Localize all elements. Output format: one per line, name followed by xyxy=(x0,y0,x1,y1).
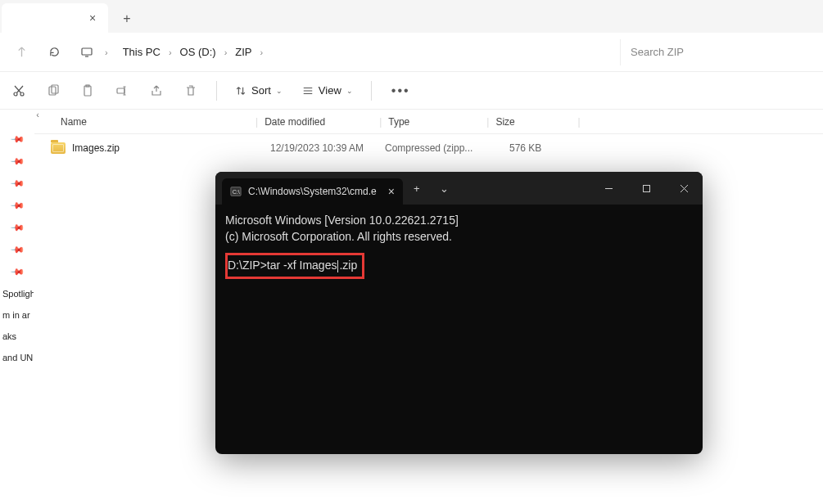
pin-icon[interactable]: 📌 xyxy=(9,132,25,147)
toolbar: Sort ⌄ View ⌄ ••• xyxy=(0,72,823,110)
column-size[interactable]: Size xyxy=(495,116,577,128)
cmd-icon: C:\ xyxy=(230,186,242,197)
chevron-right-icon: › xyxy=(169,47,172,57)
terminal-window: C:\ C:\Windows\System32\cmd.e × + ⌄ Micr… xyxy=(215,172,703,454)
breadcrumb: This PC › OS (D:) › ZIP › xyxy=(111,43,617,61)
terminal-titlebar[interactable]: C:\ C:\Windows\System32\cmd.e × + ⌄ xyxy=(215,172,703,205)
terminal-tab[interactable]: C:\ C:\Windows\System32\cmd.e × xyxy=(222,178,403,205)
navigation-bar: › This PC › OS (D:) › ZIP › Search ZIP xyxy=(0,33,823,72)
navigation-sidebar: ‹ 📌 📌 📌 📌 📌 📌 📌 Spotlight m in ar aks an… xyxy=(0,110,34,504)
pin-icon[interactable]: 📌 xyxy=(9,220,25,236)
file-name: Images.zip xyxy=(72,142,270,154)
terminal-body[interactable]: Microsoft Windows [Version 10.0.22621.27… xyxy=(215,205,703,287)
more-menu[interactable]: ••• xyxy=(385,83,417,98)
paste-icon[interactable] xyxy=(75,79,100,103)
svg-point-1 xyxy=(14,92,17,96)
sidebar-item-label[interactable]: and UN xyxy=(1,353,34,362)
maximize-button[interactable] xyxy=(627,172,665,205)
close-icon[interactable]: × xyxy=(87,12,98,24)
new-terminal-tab[interactable]: + xyxy=(403,175,431,201)
pin-icon[interactable]: 📌 xyxy=(9,264,25,280)
refresh-button[interactable] xyxy=(39,38,69,67)
breadcrumb-item[interactable]: ZIP xyxy=(230,43,256,61)
breadcrumb-item[interactable]: This PC xyxy=(118,43,165,61)
monitor-icon[interactable] xyxy=(72,38,102,67)
terminal-dropdown[interactable]: ⌄ xyxy=(431,175,459,201)
file-row[interactable]: Images.zip 12/19/2023 10:39 AM Compresse… xyxy=(34,136,823,160)
search-input[interactable]: Search ZIP xyxy=(620,39,816,65)
svg-rect-7 xyxy=(117,88,124,93)
highlighted-command: D:\ZIP>tar -xf Images.zip xyxy=(225,253,364,279)
back-button[interactable] xyxy=(7,38,36,67)
file-size: 576 KB xyxy=(483,142,565,154)
chevron-down-icon: ⌄ xyxy=(276,87,283,95)
view-menu[interactable]: View ⌄ xyxy=(297,81,358,100)
close-button[interactable] xyxy=(665,172,703,205)
file-date: 12/19/2023 10:39 AM xyxy=(270,142,385,154)
column-type[interactable]: Type xyxy=(388,116,486,128)
view-label: View xyxy=(319,84,341,97)
separator xyxy=(216,81,217,101)
copy-icon[interactable] xyxy=(41,79,66,103)
svg-point-2 xyxy=(20,92,24,96)
window-controls xyxy=(590,172,703,205)
terminal-command: .zip xyxy=(339,259,357,272)
chevron-right-icon: › xyxy=(105,47,108,57)
pin-icon[interactable]: 📌 xyxy=(9,176,25,191)
file-explorer-tabs: × + xyxy=(0,0,823,33)
column-name[interactable]: Name xyxy=(34,116,255,128)
new-tab-button[interactable]: + xyxy=(113,5,141,33)
terminal-prompt: D:\ZIP> xyxy=(228,259,267,272)
sidebar-item-label[interactable]: aks xyxy=(1,331,34,341)
file-explorer-tab[interactable]: × xyxy=(2,3,108,33)
pin-icon[interactable]: 📌 xyxy=(9,198,25,214)
breadcrumb-item[interactable]: OS (D:) xyxy=(175,43,221,61)
delete-icon[interactable] xyxy=(179,79,203,103)
column-headers: Name | Date modified | Type | Size | xyxy=(34,110,823,134)
chevron-down-icon: ⌄ xyxy=(346,87,353,95)
sort-menu[interactable]: Sort ⌄ xyxy=(230,81,287,100)
pin-icon[interactable]: 📌 xyxy=(9,242,25,258)
zip-file-icon xyxy=(51,142,66,154)
separator xyxy=(371,81,372,101)
minimize-button[interactable] xyxy=(590,172,627,205)
sidebar-item-label[interactable]: m in ar xyxy=(1,310,34,320)
terminal-output-line: (c) Microsoft Corporation. All rights re… xyxy=(225,229,693,245)
file-type: Compressed (zipp... xyxy=(385,142,483,154)
share-icon[interactable] xyxy=(144,79,169,103)
chevron-right-icon: › xyxy=(260,47,264,57)
pin-icon[interactable]: 📌 xyxy=(9,154,25,169)
sidebar-item-label[interactable]: Spotlight xyxy=(1,289,34,299)
cut-icon[interactable] xyxy=(7,79,31,103)
terminal-output-line: Microsoft Windows [Version 10.0.22621.27… xyxy=(225,213,693,229)
rename-icon[interactable] xyxy=(110,79,134,103)
chevron-right-icon: › xyxy=(224,47,228,57)
column-date[interactable]: Date modified xyxy=(265,116,379,128)
svg-rect-10 xyxy=(643,185,649,191)
svg-rect-0 xyxy=(82,48,92,55)
terminal-command: tar -xf Images xyxy=(267,259,337,272)
close-icon[interactable]: × xyxy=(388,185,395,198)
sort-label: Sort xyxy=(251,84,271,97)
svg-rect-5 xyxy=(84,86,91,96)
svg-text:C:\: C:\ xyxy=(233,189,240,195)
terminal-tab-title: C:\Windows\System32\cmd.e xyxy=(248,186,377,197)
